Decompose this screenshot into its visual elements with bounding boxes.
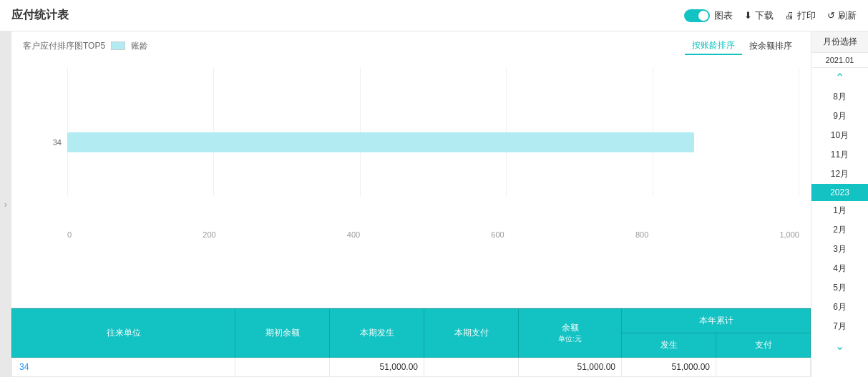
main-content: › 客户应付排序图TOP5 账龄 按账龄排序 按余额排序 [0,31,868,377]
x-tick-0: 0 [67,230,72,239]
header-actions: 图表 ⬇ 下载 🖨 打印 ↺ 刷新 [684,9,857,22]
month-sidebar: 月份选择 2021.01 ⌃ 8月 9月 10月 11月 12月 2023 1月… [811,31,868,377]
sort-buttons: 按账龄排序 按余额排序 [685,37,799,55]
table-row: 34 51,000.00 51,000.00 51,000.00 [12,358,811,377]
row-current-occ-cell: 51,000.00 [330,358,424,377]
month-item-2[interactable]: 2月 [811,220,868,240]
chart-legend: 客户应付排序图TOP5 账龄 [23,40,148,52]
table-section: 往来单位 期初余额 本期发生 本期支付 余额 单位:元 本年累计 发生 [11,308,811,377]
col-ytd-occ-header: 发生 [622,333,716,358]
sidebar-toggle-arrow-icon: › [4,200,7,210]
bar-chart: 34 856天 0 200 400 600 800 [40,67,799,239]
chart-toggle[interactable] [684,9,710,22]
legend-box [111,41,125,50]
col-current-occ-header: 本期发生 [330,309,424,358]
month-up-button[interactable]: ⌃ [811,68,868,87]
bar-container: 34 856天 [40,67,799,217]
col-balance-header: 余额 单位:元 [519,309,622,358]
col-period-balance-header: 期初余额 [235,309,330,358]
refresh-icon: ↺ [827,10,835,21]
x-tick-4: 800 [635,230,648,239]
sidebar-current-value: 2021.01 [811,53,868,68]
balance-unit: 单位:元 [523,334,617,344]
row-period-balance-cell [235,358,330,377]
x-tick-1: 200 [203,230,215,239]
bar-row-label: 34 [40,138,62,147]
month-item-1[interactable]: 1月 [811,201,868,220]
chart-toggle-group: 图表 [684,9,733,22]
x-tick-5: 1,000 [779,230,799,239]
month-item-5[interactable]: 5月 [811,278,868,298]
bar-track: 856天 [67,132,799,152]
month-item-11[interactable]: 11月 [811,145,868,165]
grid-line-4 [653,67,653,196]
month-item-4[interactable]: 4月 [811,259,868,278]
page-header: 应付统计表 图表 ⬇ 下载 🖨 打印 ↺ 刷新 [0,0,868,31]
x-tick-3: 600 [491,230,504,239]
month-item-9[interactable]: 9月 [811,107,868,126]
bar-row: 34 856天 [40,132,799,152]
grid-line-2 [360,67,361,196]
row-ytd-pay-cell [716,358,811,377]
data-table: 往来单位 期初余额 本期发生 本期支付 余额 单位:元 本年累计 发生 [11,308,811,377]
month-item-8[interactable]: 8月 [811,87,868,107]
chart-area: 34 856天 0 200 400 600 800 [11,60,811,308]
sidebar-nav: ⌃ 8月 9月 10月 11月 12月 2023 1月 2月 3月 4月 5月 … [811,68,868,377]
sidebar-toggle[interactable]: › [0,31,11,377]
download-icon: ⬇ [744,10,752,21]
month-item-12[interactable]: 12月 [811,165,868,184]
month-down-button[interactable]: ⌄ [811,336,868,356]
grid-line-5 [799,67,799,196]
chart-toggle-label: 图表 [714,9,733,22]
grid-line-3 [506,67,507,196]
page-title: 应付统计表 [11,8,69,23]
month-item-7[interactable]: 7月 [811,317,868,336]
grid-line-0 [67,67,68,196]
chart-section: 客户应付排序图TOP5 账龄 按账龄排序 按余额排序 [11,31,811,377]
row-ytd-occ-cell: 51,000.00 [622,358,716,377]
month-item-10[interactable]: 10月 [811,126,868,145]
col-ytd-pay-header: 支付 [716,333,811,358]
col-ytd-header: 本年累计 [622,309,811,333]
x-axis: 0 200 400 600 800 1,000 [67,230,799,239]
row-unit-cell[interactable]: 34 [12,358,235,377]
print-icon: 🖨 [785,10,794,21]
x-tick-2: 400 [347,230,360,239]
refresh-button[interactable]: ↺ 刷新 [827,9,857,22]
chart-header: 客户应付排序图TOP5 账龄 按账龄排序 按余额排序 [11,31,811,60]
sort-by-balance-button[interactable]: 按余额排序 [742,37,799,55]
col-current-pay-header: 本期支付 [424,309,519,358]
year-marker[interactable]: 2023 [811,184,868,201]
legend-title: 客户应付排序图TOP5 [23,40,105,52]
print-button[interactable]: 🖨 打印 [785,9,816,22]
row-balance-cell: 51,000.00 [519,358,622,377]
download-button[interactable]: ⬇ 下载 [744,9,774,22]
bar-fill [67,132,694,152]
grid-line-1 [213,67,214,196]
grid-lines [67,67,799,196]
legend-text: 账龄 [131,40,148,52]
col-unit-header: 往来单位 [12,309,235,358]
month-item-6[interactable]: 6月 [811,298,868,317]
sort-by-amount-button[interactable]: 按账龄排序 [685,37,742,55]
row-current-pay-cell [424,358,519,377]
sidebar-header: 月份选择 [811,31,868,53]
month-item-3[interactable]: 3月 [811,240,868,259]
